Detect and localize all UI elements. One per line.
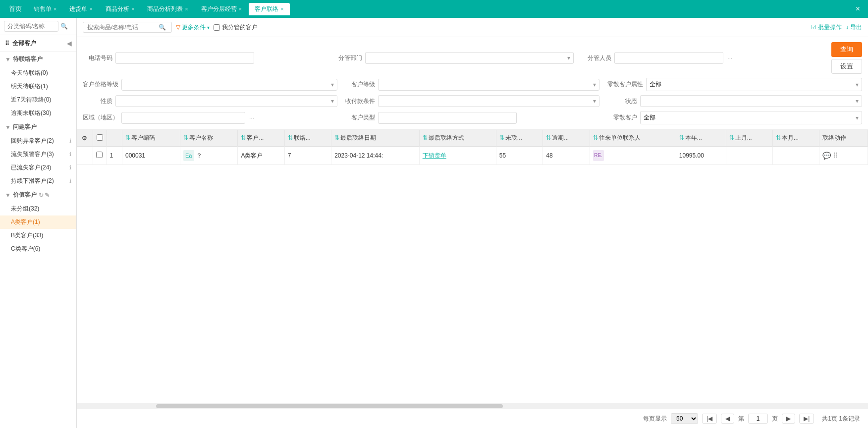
prev-page-btn[interactable]: ◀ xyxy=(721,414,734,424)
th-this-year[interactable]: ⇅本年... xyxy=(676,130,726,147)
contact-icon-btn[interactable]: 💬 xyxy=(822,152,831,160)
nav-tab-sales[interactable]: 销售单 × xyxy=(28,3,62,15)
select-status[interactable]: ▾ xyxy=(640,95,862,107)
th-company-contact[interactable]: ⇅往来单位联系人 xyxy=(590,130,676,147)
arrow-down-icon3: ▼ xyxy=(5,192,11,199)
close-all-tabs[interactable]: × xyxy=(852,2,864,15)
per-page-label: 每页显示 xyxy=(643,415,667,423)
dots-icon-region[interactable]: ··· xyxy=(249,114,254,121)
input-region[interactable] xyxy=(121,112,245,124)
sidebar-item-class-c[interactable]: C类客户(6) xyxy=(0,242,76,256)
close-tab-purchase[interactable]: × xyxy=(89,6,92,12)
sidebar-item-7days[interactable]: 近7天待联络(0) xyxy=(0,93,76,107)
my-customers-checkbox[interactable] xyxy=(214,24,220,31)
select-scatter[interactable]: 全部 ▾ xyxy=(640,111,862,124)
last-method-link[interactable]: 下销货单 xyxy=(423,152,446,159)
more-action-btn[interactable]: ⠿ xyxy=(833,152,838,160)
select-customer-level[interactable]: ▾ xyxy=(378,79,600,91)
close-tab-product-analysis[interactable]: × xyxy=(131,6,134,12)
select-price-level[interactable]: ▾ xyxy=(121,79,337,91)
close-tab-sales[interactable]: × xyxy=(54,6,56,12)
th-seq xyxy=(107,130,122,147)
horizontal-scrollbar[interactable] xyxy=(77,403,868,409)
th-last-date[interactable]: ⇅最后联络日期 xyxy=(331,130,420,147)
nav-tab-product-list[interactable]: 商品分析列表 × xyxy=(141,3,194,15)
th-name[interactable]: ⇅客户名称 xyxy=(180,130,238,147)
main-search-input[interactable] xyxy=(87,24,157,31)
filter-row-4: 区域（地区） ··· 客户类型 零散客户 全部 ▾ xyxy=(83,111,862,124)
sidebar-item-churned[interactable]: 已流失客户(24) ℹ xyxy=(0,161,76,174)
input-customer-type[interactable] xyxy=(378,112,517,124)
close-tab-product-list[interactable]: × xyxy=(185,6,188,12)
nav-home[interactable]: 首页 xyxy=(4,2,27,15)
search-button[interactable]: 查询 xyxy=(831,42,862,57)
th-this-month[interactable]: ⇅本月... xyxy=(773,130,819,147)
last-page-btn[interactable]: ▶| xyxy=(799,414,814,424)
settings-button[interactable]: 设置 xyxy=(831,59,862,74)
th-level[interactable]: ⇅客户... xyxy=(238,130,284,147)
main-search-icon[interactable]: 🔍 xyxy=(159,24,166,31)
sidebar-search-icon[interactable]: 🔍 xyxy=(60,23,68,30)
page-input[interactable] xyxy=(748,414,768,424)
th-settings[interactable]: ⚙ xyxy=(77,130,93,147)
info-icon-churn-warning: ℹ xyxy=(69,151,71,158)
sidebar-item-tomorrow[interactable]: 明天待联络(1) xyxy=(0,80,76,93)
chevron-dept-icon: ▾ xyxy=(567,54,570,61)
row-checkbox[interactable] xyxy=(96,152,103,158)
dots-icon-manager[interactable]: ··· xyxy=(727,54,732,61)
sidebar-item-class-b[interactable]: B类客户(33) xyxy=(0,229,76,242)
select-nature[interactable]: ▾ xyxy=(115,95,337,107)
td-level: A类客户 xyxy=(238,147,284,165)
sidebar-item-overdue[interactable]: 逾期未联络(30) xyxy=(0,107,76,120)
nav-tab-customer-tier[interactable]: 客户分层经营 × xyxy=(195,3,248,15)
field-scatter: 零散客户 全部 ▾ xyxy=(607,111,862,124)
nav-tab-product-analysis[interactable]: 商品分析 × xyxy=(100,3,140,15)
th-last-method[interactable]: ⇅最后联络方式 xyxy=(419,130,496,147)
th-contact[interactable]: ⇅联络... xyxy=(284,130,331,147)
section-problem-customers[interactable]: ▼ 问题客户 xyxy=(0,120,76,134)
edit-icon[interactable]: ✎ xyxy=(45,192,50,199)
select-scatter-attr[interactable]: 全部 ▾ xyxy=(646,78,862,91)
close-tab-customer-tier[interactable]: × xyxy=(239,6,242,12)
first-page-btn[interactable]: |◀ xyxy=(702,414,717,424)
select-all-checkbox[interactable] xyxy=(97,134,103,141)
next-page-btn[interactable]: ▶ xyxy=(782,414,795,424)
export-icon: ↓ xyxy=(846,24,849,31)
chevron-nature-icon: ▾ xyxy=(331,98,334,105)
th-not-contact[interactable]: ⇅未联... xyxy=(496,130,542,147)
filter-row-2: 客户价格等级 ▾ 客户等级 ▾ 零散客户属性 全部 xyxy=(83,78,862,91)
close-tab-customer-contact[interactable]: × xyxy=(280,6,283,12)
refresh-icon[interactable]: ↻ xyxy=(39,192,44,199)
section-pending-contact[interactable]: ▼ 待联络客户 xyxy=(0,52,76,66)
sidebar-item-class-a[interactable]: A类客户(1) xyxy=(0,215,76,229)
select-payment[interactable]: ▾ xyxy=(378,95,600,107)
td-company-contact: RE. xyxy=(590,147,676,165)
sidebar-all-customers[interactable]: ⠿ 全部客户 ◀ xyxy=(0,35,76,52)
th-last-month[interactable]: ⇅上月... xyxy=(726,130,772,147)
input-manager[interactable] xyxy=(614,52,723,64)
sidebar-search-input[interactable] xyxy=(4,21,58,32)
nav-tab-customer-contact[interactable]: 客户联络 × xyxy=(249,3,289,15)
td-this-month xyxy=(773,147,819,165)
nav-tab-purchase[interactable]: 进货单 × xyxy=(63,3,98,15)
th-code[interactable]: ⇅客户编码 xyxy=(122,130,180,147)
field-payment: 收付款条件 ▾ xyxy=(345,95,600,107)
td-last-date: 2023-04-12 14:44: xyxy=(331,147,420,165)
sidebar-item-declining[interactable]: 持续下滑客户(2) ℹ xyxy=(0,174,76,188)
pagination-bar: 每页显示 50 100 200 |◀ ◀ 第 页 ▶ ▶| 共1页 1条记录 xyxy=(77,409,868,428)
th-overdue[interactable]: ⇅逾期... xyxy=(543,130,590,147)
sidebar-item-ungroup[interactable]: 未分组(32) xyxy=(0,202,76,215)
batch-operation-btn[interactable]: ☑ 批量操作 xyxy=(811,23,842,32)
more-filters-btn[interactable]: ▽ 更多条件 ▾ xyxy=(176,23,210,32)
select-dept[interactable]: ▾ xyxy=(365,52,574,64)
per-page-select[interactable]: 50 100 200 xyxy=(671,413,698,424)
sidebar-item-abnormal[interactable]: 回购异常客户(2) ℹ xyxy=(0,134,76,148)
sidebar-item-churn-warning[interactable]: 流失预警客户(3) ℹ xyxy=(0,148,76,161)
sidebar-item-today[interactable]: 今天待联络(0) xyxy=(0,66,76,80)
scrollbar-thumb[interactable] xyxy=(156,404,503,408)
label-nature: 性质 xyxy=(83,97,112,106)
content-area: 🔍 ▽ 更多条件 ▾ 我分管的客户 ☑ 批量操作 ↓ 导出 xyxy=(77,18,868,428)
input-phone[interactable] xyxy=(115,52,254,64)
export-btn[interactable]: ↓ 导出 xyxy=(846,23,862,32)
section-value-customers[interactable]: ▼ 价值客户 ↻ ✎ xyxy=(0,188,76,202)
